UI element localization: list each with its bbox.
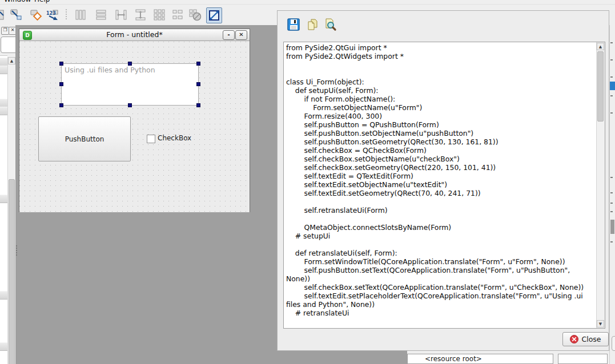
dock-float-icon[interactable]: ❐ bbox=[1, 27, 9, 35]
widget-box-scrollbar[interactable]: ▲ bbox=[7, 57, 15, 364]
toolbar-separator bbox=[66, 9, 68, 19]
menu-bar: Window Help bbox=[0, 0, 615, 5]
break-layout-icon[interactable] bbox=[188, 7, 203, 22]
edit-tab-order-icon[interactable]: 123 bbox=[45, 7, 60, 22]
form-title: Form - untitled* bbox=[19, 30, 250, 39]
selection-handle[interactable] bbox=[196, 82, 200, 86]
edit-buddies-icon[interactable] bbox=[29, 7, 43, 22]
layout-splitter-vertical-icon[interactable] bbox=[133, 7, 148, 22]
widget-category-header[interactable] bbox=[0, 66, 7, 74]
widget-category-header[interactable] bbox=[0, 291, 7, 300]
scroll-up-icon[interactable]: ▲ bbox=[597, 43, 604, 50]
resource-browser-row[interactable]: <resource root> bbox=[407, 354, 553, 364]
textedit-placeholder: Using .ui files and Python bbox=[62, 64, 198, 76]
code-view[interactable]: from PySide2.QtGui import * from PySide2… bbox=[283, 42, 605, 329]
menu-window[interactable]: Window bbox=[4, 0, 31, 3]
scroll-up-icon[interactable]: ▲ bbox=[8, 57, 15, 64]
splitter-handle[interactable] bbox=[16, 244, 17, 257]
edit-signals-slots-icon[interactable] bbox=[9, 7, 23, 22]
layout-splitter-horizontal-icon[interactable] bbox=[114, 7, 128, 22]
close-button[interactable]: ✕ bbox=[235, 30, 247, 40]
form-window: D Form - untitled* - ✕ Using .ui files a… bbox=[19, 29, 250, 212]
copy-icon[interactable] bbox=[306, 18, 321, 34]
partial-toolbar-icon[interactable] bbox=[0, 7, 6, 22]
layout-horizontal-icon[interactable] bbox=[73, 7, 88, 22]
widget-category-header[interactable] bbox=[0, 107, 7, 115]
save-icon[interactable] bbox=[287, 18, 302, 34]
scrollbar-thumb[interactable] bbox=[597, 51, 604, 122]
selection-handle[interactable] bbox=[128, 62, 132, 66]
scrollbar-thumb[interactable] bbox=[9, 179, 15, 364]
layout-vertical-icon[interactable] bbox=[94, 7, 108, 22]
adjust-size-icon[interactable] bbox=[206, 7, 222, 23]
selection-handle[interactable] bbox=[196, 103, 200, 107]
code-dialog: from PySide2.QtGui import * from PySide2… bbox=[277, 10, 609, 351]
widget-box-panel: ❐ ✕ ▲ bbox=[0, 25, 16, 364]
mdi-area-bottom bbox=[277, 351, 407, 364]
layout-grid-icon[interactable] bbox=[152, 7, 167, 22]
widget-category-header[interactable] bbox=[0, 342, 7, 351]
selection-handle[interactable] bbox=[59, 103, 63, 107]
checkbox-label: CheckBox bbox=[158, 134, 191, 142]
right-dock-sliver bbox=[609, 25, 615, 364]
close-label: Close bbox=[581, 335, 601, 343]
resource-browser-cell[interactable] bbox=[558, 354, 608, 364]
form-canvas[interactable]: Using .ui files and Python PushButton Ch… bbox=[19, 41, 250, 212]
print-preview-icon[interactable] bbox=[323, 18, 338, 34]
menu-help[interactable]: Help bbox=[34, 0, 50, 3]
main-toolbar: 123 bbox=[0, 7, 277, 25]
qt-designer-screen: Window Help 123 bbox=[0, 0, 615, 364]
scroll-thumb-sliver bbox=[610, 220, 614, 234]
widget-category-header[interactable] bbox=[0, 58, 7, 66]
scroll-down-icon[interactable]: ▼ bbox=[597, 320, 604, 327]
pushbutton-widget[interactable]: PushButton bbox=[38, 116, 131, 161]
python-code[interactable]: from PySide2.QtGui import * from PySide2… bbox=[286, 43, 596, 317]
widget-box-list[interactable] bbox=[0, 55, 7, 364]
svg-text:123: 123 bbox=[46, 11, 56, 16]
checkbox-widget[interactable] bbox=[147, 135, 155, 143]
form-titlebar[interactable]: D Form - untitled* - ✕ bbox=[19, 29, 250, 41]
hidden-button-sliver bbox=[612, 336, 615, 351]
selection-handle[interactable] bbox=[59, 82, 63, 86]
close-x-icon bbox=[570, 335, 578, 343]
selection-handle[interactable] bbox=[196, 62, 200, 66]
textedit-widget[interactable]: Using .ui files and Python bbox=[61, 63, 199, 106]
widget-category-header[interactable] bbox=[0, 195, 7, 203]
close-dialog-button[interactable]: Close bbox=[562, 332, 609, 346]
selection-handle[interactable] bbox=[59, 62, 63, 66]
minimize-button[interactable]: - bbox=[223, 30, 235, 40]
widget-category-header[interactable] bbox=[0, 99, 7, 107]
selection-handle[interactable] bbox=[128, 103, 132, 107]
code-scrollbar[interactable]: ▲ ▼ bbox=[596, 42, 605, 328]
resource-root-label: <resource root> bbox=[425, 355, 482, 363]
layout-form-icon[interactable] bbox=[170, 7, 185, 22]
selected-row-sliver bbox=[610, 82, 615, 90]
